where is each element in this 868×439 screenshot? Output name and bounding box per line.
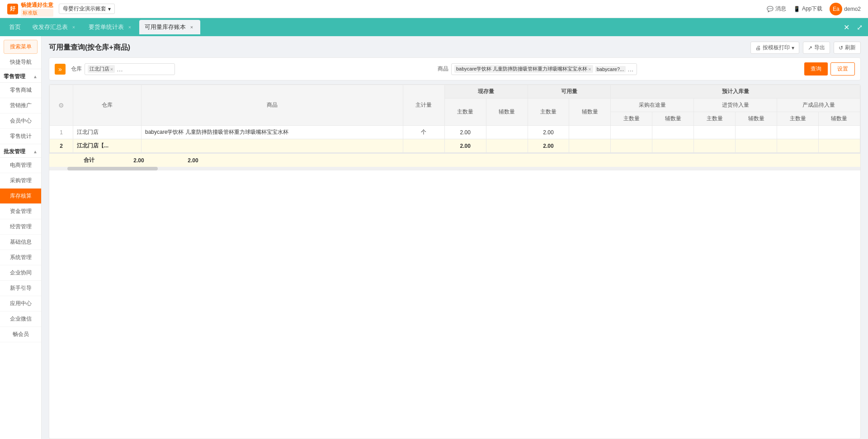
th-prod-aux: 辅数量	[818, 112, 860, 126]
product-tag-1-close[interactable]: ×	[588, 66, 591, 72]
th-current-stock: 现存量	[444, 85, 528, 99]
print-btn[interactable]: 🖨 按模板打印 ▾	[750, 42, 799, 54]
th-settings[interactable]: ⚙	[50, 85, 73, 126]
th-available: 可用量	[528, 85, 611, 99]
refresh-btn[interactable]: ↺ 刷新	[834, 42, 861, 54]
product-filter-group: 商品 babycare学饮杯 儿童防摔防撞吸管杯重力球吸嘴杯宝宝水杯 × bab…	[438, 63, 799, 75]
tab-receipts-close[interactable]: ×	[71, 24, 77, 30]
sidebar-item-vip[interactable]: 畅会员	[0, 327, 41, 342]
subtotal-p-aux	[652, 139, 694, 153]
tab-home[interactable]: 首页	[4, 20, 26, 34]
page-title: 可用量查询(按仓库+商品)	[49, 43, 130, 52]
message-btn[interactable]: 💬 消息	[767, 5, 786, 13]
subtotal-row: 2 江北门店【... 2.00 2.00	[50, 139, 860, 153]
search-menu-btn[interactable]: 搜索菜单	[4, 40, 38, 54]
row-warehouse-1: 江北门店	[73, 126, 142, 139]
table-container: ⚙ 仓库 商品 主计量 现存量 可用量 预计入库量 主数量 辅数量 主数量 辅数…	[49, 84, 861, 439]
sidebar-item-marketing[interactable]: 营销推广	[0, 98, 41, 113]
user-profile[interactable]: Ea demo2	[830, 3, 861, 15]
sidebar-item-purchase[interactable]: 采购管理	[0, 173, 41, 189]
th-prod-main: 主数量	[777, 112, 819, 126]
filter-actions: 查询 设置	[804, 62, 855, 76]
th-purchase-transit: 采购在途量	[611, 99, 694, 112]
horizontal-scrollbar[interactable]	[49, 167, 860, 170]
sidebar-item-app-center[interactable]: 应用中心	[0, 296, 41, 312]
sidebar-item-system[interactable]: 系统管理	[0, 250, 41, 265]
tab-expand-icon[interactable]: ⤢	[855, 21, 864, 33]
sidebar-item-newbie[interactable]: 新手引导	[0, 281, 41, 296]
warehouse-tag-1[interactable]: 江北门店 ×	[88, 65, 115, 73]
table-footer: 合计 2.00 2.00	[49, 153, 860, 167]
brand-logo: 好 畅捷通好生意 标准版	[7, 1, 53, 17]
warehouse-filter-dots[interactable]: ...	[117, 65, 123, 73]
product-tag-1[interactable]: babycare学饮杯 儿童防摔防撞吸管杯重力球吸嘴杯宝宝水杯 ×	[454, 65, 593, 73]
subtotal-i-main	[694, 139, 736, 153]
sidebar-item-basic-info[interactable]: 基础信息	[0, 235, 41, 250]
product-filter-dots[interactable]: ...	[627, 65, 633, 73]
sidebar-item-members[interactable]: 会员中心	[0, 113, 41, 129]
query-btn[interactable]: 查询	[804, 62, 828, 76]
industry-selector[interactable]: 母婴行业演示账套 ▾	[59, 4, 115, 14]
chevron-down-icon: ▾	[108, 6, 111, 12]
th-unit: 主计量	[403, 85, 444, 126]
th-warehouse: 仓库	[73, 85, 142, 126]
sidebar-section-retail-label: 零售管理	[4, 73, 25, 80]
subtotal-p-main	[611, 139, 652, 153]
row-incoming-main-1	[694, 126, 736, 139]
filter-toggle-btn[interactable]: »	[55, 64, 66, 75]
product-tag-2-text: babycare?...	[597, 66, 624, 72]
th-forecast: 预计入库量	[611, 85, 860, 99]
content-area: 可用量查询(按仓库+商品) 🖨 按模板打印 ▾ ↗ 导出 ↺ 刷新 »	[42, 36, 868, 439]
th-avail-main: 主数量	[528, 99, 569, 126]
sidebar-item-ecommerce[interactable]: 电商管理	[0, 158, 41, 173]
tab-home-label: 首页	[9, 23, 21, 31]
tab-orders[interactable]: 要货单统计表 ×	[83, 20, 138, 34]
sidebar-item-retail-mall[interactable]: 零售商城	[0, 83, 41, 98]
product-tag-2[interactable]: babycare?...	[595, 66, 626, 72]
tab-orders-close[interactable]: ×	[127, 24, 133, 30]
chevron-down-icon: ▾	[792, 45, 794, 51]
sidebar-section-wholesale-label: 批发管理	[4, 148, 25, 156]
sidebar-item-finance[interactable]: 资金管理	[0, 204, 41, 219]
app-download-btn[interactable]: 📱 App下载	[793, 5, 822, 13]
settings-icon[interactable]: ⚙	[58, 102, 64, 109]
product-filter-input[interactable]: babycare学饮杯 儿童防摔防撞吸管杯重力球吸嘴杯宝宝水杯 × babyca…	[451, 63, 637, 75]
setting-btn[interactable]: 设置	[830, 62, 855, 76]
product-filter-label: 商品	[438, 65, 448, 73]
row-product-1: babycare学饮杯 儿童防摔防撞吸管杯重力球吸嘴杯宝宝水杯	[141, 126, 403, 139]
tab-receipts-label: 收发存汇总表	[33, 23, 68, 31]
sidebar-section-wholesale[interactable]: 批发管理 ▲	[0, 144, 41, 158]
sidebar-item-wechat[interactable]: 企业微信	[0, 312, 41, 327]
subtotal-warehouse: 江北门店【...	[73, 139, 142, 153]
sidebar-item-retail-stats[interactable]: 零售统计	[0, 129, 41, 144]
tab-inventory[interactable]: 可用量库存账本 ×	[139, 20, 200, 34]
top-bar-left: 好 畅捷通好生意 标准版 母婴行业演示账套 ▾	[7, 1, 115, 17]
row-prod-main-1	[777, 126, 819, 139]
sidebar-item-quick-nav[interactable]: 快捷导航	[0, 56, 41, 69]
sidebar-search-area: 搜索菜单	[0, 36, 41, 56]
subtotal-avail-aux	[569, 139, 611, 153]
sidebar-section-retail[interactable]: 零售管理 ▲	[0, 69, 41, 83]
warehouse-filter-input[interactable]: 江北门店 × ...	[85, 63, 175, 75]
tab-close-all-icon[interactable]: ✕	[842, 21, 851, 33]
th-purchase-main: 主数量	[611, 112, 652, 126]
tab-receipts[interactable]: 收发存汇总表 ×	[27, 20, 82, 34]
chevron-down-icon: ▲	[33, 149, 38, 154]
sidebar-item-operations[interactable]: 经营管理	[0, 219, 41, 235]
page-header: 可用量查询(按仓库+商品) 🖨 按模板打印 ▾ ↗ 导出 ↺ 刷新	[42, 36, 868, 57]
footer-current-aux	[152, 157, 179, 164]
subtotal-unit	[403, 139, 444, 153]
export-icon: ↗	[808, 45, 812, 51]
sidebar-item-inventory[interactable]: 库存核算	[0, 189, 41, 204]
message-label: 消息	[775, 5, 786, 13]
refresh-icon: ↺	[839, 45, 843, 51]
tab-inventory-label: 可用量库存账本	[145, 23, 186, 31]
warehouse-filter-group: 仓库 江北门店 × ...	[71, 63, 432, 75]
warehouse-tag-1-close[interactable]: ×	[110, 66, 113, 72]
tab-inventory-close[interactable]: ×	[189, 24, 195, 30]
export-btn[interactable]: ↗ 导出	[803, 42, 830, 54]
footer-avail-main: 2.00	[179, 157, 207, 164]
sidebar-item-enterprise-collab[interactable]: 企业协同	[0, 265, 41, 281]
standard-badge: 标准版	[21, 9, 53, 17]
th-current-aux: 辅数量	[486, 99, 528, 126]
